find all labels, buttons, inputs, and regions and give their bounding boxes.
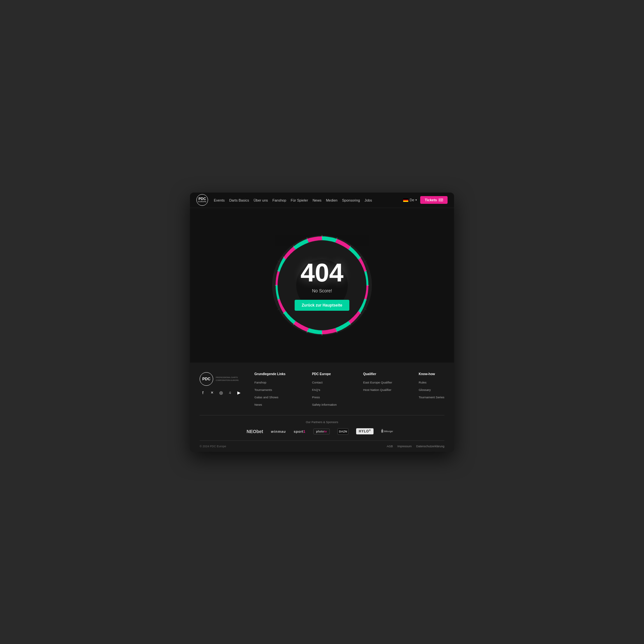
nav-sponsoring[interactable]: Sponsoring [342, 198, 360, 202]
main-content: 404 No Score! Zurück zur Hauptseite [190, 208, 454, 363]
footer-link-host-nation[interactable]: Host Nation Qualifier [363, 388, 392, 392]
footer-logo-box: PDC PROFESSIONAL DARTSCORPORATION EUROPE [200, 372, 245, 386]
footer-col-title-knowhow: Know-how [419, 372, 444, 376]
footer-logo-col: PDC PROFESSIONAL DARTSCORPORATION EUROPE… [200, 372, 245, 409]
footer: PDC PROFESSIONAL DARTSCORPORATION EUROPE… [190, 363, 454, 452]
sponsor-winmau[interactable]: winmau [271, 430, 286, 433]
footer-col-title-qualifier: Qualifier [363, 372, 392, 376]
footer-link-safety[interactable]: Safety information [312, 403, 337, 406]
youtube-icon[interactable]: ▶ [236, 390, 242, 395]
sponsor-neobet[interactable]: NEObet [247, 429, 263, 434]
footer-link-press[interactable]: Press [312, 395, 320, 399]
footer-link-glossary[interactable]: Glossary [419, 388, 431, 392]
tickets-button[interactable]: Tickets [420, 196, 448, 204]
footer-legal-agb[interactable]: AGB [387, 445, 393, 448]
footer-link-news[interactable]: News [254, 403, 262, 406]
footer-link-tournaments[interactable]: Tournaments [254, 388, 272, 392]
footer-link-galas[interactable]: Galas and Shows [254, 395, 278, 399]
error-center: 404 No Score! Zurück zur Hauptseite [295, 260, 349, 311]
footer-col-grundlegende: Grundlegende Links Fanshop Tournaments G… [254, 372, 286, 409]
sponsor-sport1[interactable]: sport1 [294, 430, 306, 433]
sponsor-hylo[interactable]: HYLO® [356, 428, 374, 434]
footer-link-contact[interactable]: Contact [312, 381, 323, 384]
logo-subtext: EUROPE [198, 201, 206, 203]
navbar-right: De ▾ Tickets [403, 196, 448, 204]
lang-label: De [410, 198, 414, 202]
bitburger-logo-svg: Bitburger [381, 428, 397, 435]
nav-fanshop[interactable]: Fanshop [272, 198, 286, 202]
browser-window: PDC EUROPE Events Darts Basics Über uns … [190, 193, 454, 452]
dartboard-container: 404 No Score! Zurück zur Hauptseite [267, 231, 377, 340]
footer-col-links-knowhow: Rules Glossary Tournament Series [419, 379, 444, 400]
sponsors-title: Our Partners & Sponsors [200, 421, 444, 424]
sponsor-plutotv[interactable]: plutotv [313, 429, 330, 434]
facebook-icon[interactable]: f [200, 390, 206, 395]
nav-darts-basics[interactable]: Darts Basics [229, 198, 249, 202]
footer-legal-impressum[interactable]: Impressum [397, 445, 412, 448]
footer-link-east-europe[interactable]: East Europe Qualifier [363, 381, 392, 384]
footer-col-pdc-europe: PDC Europe Contact FAQ's Press Safety in… [312, 372, 337, 409]
footer-top: PDC PROFESSIONAL DARTSCORPORATION EUROPE… [200, 372, 444, 415]
footer-bottom: © 2024 PDC Europe AGB Impressum Datensch… [200, 440, 444, 452]
svg-point-1 [440, 200, 440, 201]
footer-cols: Grundlegende Links Fanshop Tournaments G… [254, 372, 444, 409]
footer-col-links-pdc: Contact FAQ's Press Safety information [312, 379, 337, 407]
social-icons: f ✕ ◎ ♫ ▶ [200, 390, 245, 395]
footer-link-tournament-series[interactable]: Tournament Series [419, 395, 444, 399]
copyright: © 2024 PDC Europe [200, 445, 226, 448]
svg-text:Bitburger: Bitburger [384, 430, 393, 433]
nav-news[interactable]: News [313, 198, 322, 202]
footer-link-faq[interactable]: FAQ's [312, 388, 320, 392]
footer-col-title-grundlegende: Grundlegende Links [254, 372, 286, 376]
footer-logo-text: PROFESSIONAL DARTSCORPORATION EUROPE [216, 376, 239, 382]
sponsors-logos: NEObet winmau sport1 plutotv DAZN HYLO® … [200, 428, 444, 435]
flag-icon [403, 198, 408, 202]
footer-logo-icon: PDC [200, 372, 213, 386]
footer-legal-datenschutz[interactable]: Datenschutzerklärung [416, 445, 444, 448]
navbar: PDC EUROPE Events Darts Basics Über uns … [190, 193, 454, 208]
footer-legal: AGB Impressum Datenschutzerklärung [387, 445, 444, 448]
error-code: 404 [295, 260, 349, 286]
navbar-left: PDC EUROPE Events Darts Basics Über uns … [196, 194, 372, 206]
home-button[interactable]: Zurück zur Hauptseite [295, 300, 349, 311]
footer-col-links-qualifier: East Europe Qualifier Host Nation Qualif… [363, 379, 392, 392]
nav-ueber-uns[interactable]: Über uns [253, 198, 268, 202]
chevron-down-icon: ▾ [415, 198, 417, 202]
error-subtitle: No Score! [295, 288, 349, 293]
logo-icon: PDC EUROPE [196, 194, 208, 206]
nav-links: Events Darts Basics Über uns Fanshop Für… [214, 197, 372, 203]
nav-jobs[interactable]: Jobs [365, 198, 372, 202]
svg-rect-43 [382, 429, 383, 430]
footer-col-know-how: Know-how Rules Glossary Tournament Serie… [419, 372, 444, 409]
nav-medien[interactable]: Medien [326, 198, 337, 202]
nav-events[interactable]: Events [214, 198, 225, 202]
logo-area[interactable]: PDC EUROPE [196, 194, 208, 206]
svg-rect-42 [381, 430, 383, 432]
footer-col-qualifier: Qualifier East Europe Qualifier Host Nat… [363, 372, 392, 409]
footer-col-title-pdc: PDC Europe [312, 372, 337, 376]
ticket-icon [439, 198, 443, 202]
footer-link-rules[interactable]: Rules [419, 381, 426, 384]
tickets-label: Tickets [425, 198, 437, 202]
instagram-icon[interactable]: ◎ [218, 390, 224, 395]
twitter-x-icon[interactable]: ✕ [209, 391, 215, 395]
footer-col-links-grundlegende: Fanshop Tournaments Galas and Shows News [254, 379, 286, 407]
sponsor-bitburger[interactable]: Bitburger [381, 428, 397, 435]
footer-link-fanshop[interactable]: Fanshop [254, 381, 266, 384]
language-selector[interactable]: De ▾ [403, 198, 417, 202]
sponsor-dazn[interactable]: DAZN [337, 428, 348, 435]
tiktok-icon[interactable]: ♫ [227, 391, 233, 394]
footer-sponsors: Our Partners & Sponsors NEObet winmau sp… [200, 415, 444, 440]
nav-fuer-spieler[interactable]: Für Spieler [291, 198, 308, 202]
